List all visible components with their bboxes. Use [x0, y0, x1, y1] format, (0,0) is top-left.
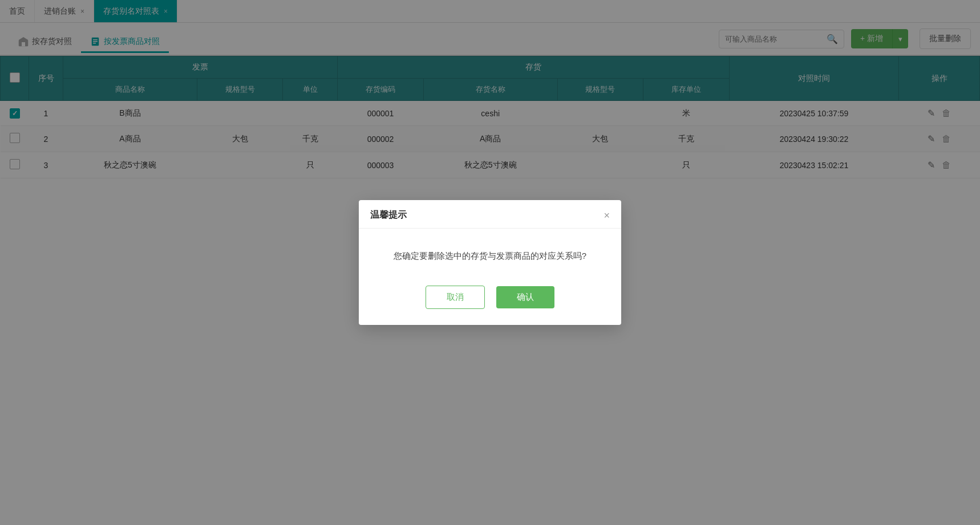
- cancel-button[interactable]: 取消: [426, 286, 485, 309]
- dialog-message: 您确定要删除选中的存货与发票商品的对应关系吗?: [394, 251, 586, 261]
- cancel-label: 取消: [447, 292, 464, 302]
- dialog-header: 温馨提示 ×: [359, 200, 621, 229]
- dialog-footer: 取消 确认: [359, 276, 621, 325]
- dialog-title: 温馨提示: [370, 209, 407, 221]
- dialog-close-button[interactable]: ×: [604, 210, 610, 221]
- confirm-dialog: 温馨提示 × 您确定要删除选中的存货与发票商品的对应关系吗? 取消 确认: [359, 200, 621, 325]
- dialog-overlay: 温馨提示 × 您确定要删除选中的存货与发票商品的对应关系吗? 取消 确认: [0, 0, 980, 525]
- dialog-body: 您确定要删除选中的存货与发票商品的对应关系吗?: [359, 229, 621, 276]
- confirm-button[interactable]: 确认: [496, 286, 554, 308]
- confirm-label: 确认: [517, 292, 534, 302]
